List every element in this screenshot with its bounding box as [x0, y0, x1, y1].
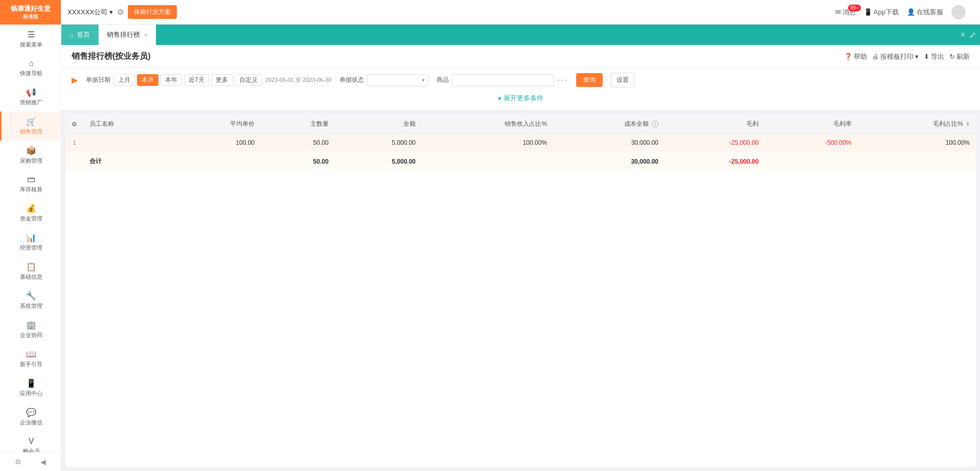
- message-icon: ✉: [835, 8, 841, 16]
- data-table: ⚙ 员工名称 平均单价 主数量 全额 销售收入占比% 成本全额 i 毛利 毛利率…: [65, 115, 976, 171]
- tab-maximize-btn[interactable]: ⤢: [969, 30, 976, 40]
- th-settings[interactable]: ⚙: [65, 115, 83, 134]
- date-option-自定义[interactable]: 自定义: [235, 74, 262, 86]
- message-badge: 99+: [848, 5, 861, 11]
- main-qty-cell: 50.00: [261, 134, 335, 152]
- sidebar-item-enterprise[interactable]: 🏢 企业协同: [0, 315, 61, 344]
- sidebar-bottom: ⚙ ◀: [0, 452, 61, 471]
- sidebar-item-app-center[interactable]: 📱 应用中心: [0, 373, 61, 402]
- tab-close-window-btn[interactable]: ×: [961, 30, 965, 39]
- collapse-icon[interactable]: ◀: [40, 458, 46, 466]
- status-select[interactable]: [367, 74, 428, 86]
- quick-nav-icon: ⌂: [29, 59, 34, 68]
- basic-info-label: 基础信息: [20, 273, 42, 281]
- th-cost-amount: 成本全额 i: [553, 115, 665, 134]
- footer-main-qty: 50.00: [261, 152, 335, 171]
- online-service-btn[interactable]: 👤 在线客服: [907, 8, 943, 17]
- date-option-更多[interactable]: 更多: [211, 74, 233, 86]
- goods-label: 商品: [437, 76, 449, 84]
- settings-filter-btn[interactable]: 设置: [611, 73, 634, 87]
- cost-info-icon[interactable]: i: [652, 121, 658, 127]
- sidebar-item-sales[interactable]: 🛒 销售管理: [0, 111, 61, 141]
- system-label: 系统管理: [20, 302, 42, 310]
- tabbar-actions: × ⤢: [956, 25, 980, 45]
- tab-home[interactable]: ⌂ 首页: [61, 25, 99, 45]
- status-label: 单据状态: [339, 76, 364, 84]
- th-gross-rate: 毛利率: [765, 115, 858, 134]
- tab-sales-ranking-label: 销售排行榜: [107, 30, 140, 39]
- avg-price-cell: 100.00: [172, 134, 261, 152]
- inventory-icon: 🗃: [27, 175, 35, 184]
- expand-more-btn[interactable]: ▾ 展开更多条件: [494, 92, 548, 105]
- app-download-btn[interactable]: 📱 App下载: [864, 8, 899, 17]
- sidebar-item-operation[interactable]: 📊 经营管理: [0, 228, 61, 257]
- trial-btn[interactable]: 体验行业方案: [128, 5, 177, 19]
- export-label: 导出: [931, 52, 944, 61]
- sidebar-item-member[interactable]: V 畅会员: [0, 432, 61, 452]
- tab-close-icon[interactable]: ×: [144, 32, 147, 38]
- sidebar-item-system[interactable]: 🔧 系统管理: [0, 286, 61, 315]
- avatar[interactable]: [951, 5, 966, 19]
- date-option-本月[interactable]: 本月: [137, 74, 158, 86]
- query-btn[interactable]: 查询: [576, 73, 603, 87]
- marketing-icon: 📢: [26, 87, 36, 97]
- gross-ratio-sort-icon[interactable]: ⬆: [966, 121, 970, 127]
- gross-rate-cell: -500.00%: [765, 134, 858, 152]
- sidebar-item-quick-nav[interactable]: ⌂ 快捷导航: [0, 54, 61, 82]
- goods-more-icon[interactable]: ···: [557, 75, 568, 85]
- sidebar-item-marketing[interactable]: 📢 营销推广: [0, 82, 61, 111]
- sidebar-nav: ☰ 搜索菜单 ⌂ 快捷导航 📢 营销推广 🛒 销售管理 📦 采购管理 🗃 库存核…: [0, 25, 61, 452]
- content-area: 销售排行榜(按业务员) ❓ 帮助 🖨 按模板打印 ▾ ⬇ 导出: [61, 45, 980, 471]
- expand-more-label: 展开更多条件: [504, 94, 543, 103]
- home-icon: ⌂: [70, 31, 74, 39]
- th-name: 员工名称: [83, 115, 172, 134]
- main-area: XXXXXX公司 ▾ ⚙ 体验行业方案 ✉ 消息 99+ 📱 App下载 👤 在…: [61, 0, 980, 471]
- footer-amount: 5,000.00: [335, 152, 422, 171]
- page-title: 销售排行榜(按业务员): [72, 51, 151, 62]
- sidebar-item-basic-info[interactable]: 📋 基础信息: [0, 257, 61, 286]
- help-label: 帮助: [854, 52, 867, 61]
- filter-row-1: ▶ 单据日期 上月本月本年近7天更多自定义 2023-06-01 至 2023-…: [72, 73, 970, 87]
- refresh-icon: ↻: [949, 53, 955, 60]
- sidebar-item-purchase[interactable]: 📦 采购管理: [0, 141, 61, 170]
- rank-cell: 1: [65, 134, 83, 152]
- operation-icon: 📊: [26, 233, 36, 242]
- refresh-btn[interactable]: ↻ 刷新: [949, 52, 970, 61]
- date-option-本年[interactable]: 本年: [161, 74, 182, 86]
- date-option-近7天[interactable]: 近7天: [184, 74, 209, 86]
- quick-nav-label: 快捷导航: [20, 70, 42, 77]
- sidebar-item-search-order[interactable]: ☰ 搜索菜单: [0, 25, 61, 54]
- settings-icon[interactable]: ⚙: [15, 458, 21, 466]
- date-option-上月[interactable]: 上月: [113, 74, 135, 86]
- finance-label: 资金管理: [20, 215, 42, 222]
- help-icon: ❓: [844, 53, 852, 60]
- footer-gross-rate: [765, 152, 858, 171]
- search-order-label: 搜索菜单: [20, 41, 42, 49]
- company-dropdown-icon: ▾: [109, 8, 113, 16]
- topbar-gear-icon[interactable]: ⚙: [117, 8, 124, 17]
- sidebar-logo: 畅康通好生意 标准版: [0, 0, 61, 25]
- company-selector[interactable]: XXXXXX公司 ▾: [67, 8, 113, 17]
- gross-ratio-cell: 100.00%: [858, 134, 976, 152]
- footer-cost-amount: 30,000.00: [553, 152, 665, 171]
- system-icon: 🔧: [26, 291, 36, 301]
- company-name: XXXXXX公司: [67, 8, 107, 17]
- print-btn[interactable]: 🖨 按模板打印 ▾: [872, 52, 919, 61]
- goods-input[interactable]: [452, 74, 554, 86]
- filter-expand-arrow[interactable]: ▶: [72, 75, 78, 85]
- name-cell: [83, 134, 172, 152]
- help-btn[interactable]: ❓ 帮助: [844, 52, 867, 61]
- export-btn[interactable]: ⬇ 导出: [924, 52, 944, 61]
- finance-icon: 💰: [26, 204, 36, 213]
- message-btn[interactable]: ✉ 消息 99+: [835, 8, 856, 17]
- sidebar-item-finance[interactable]: 💰 资金管理: [0, 198, 61, 228]
- expand-more-icon: ▾: [498, 95, 502, 102]
- tab-sales-ranking[interactable]: 销售排行榜 ×: [99, 25, 156, 45]
- wechat-icon: 💬: [26, 408, 36, 417]
- amount-cell: 5,000.00: [335, 134, 422, 152]
- sidebar-item-inventory[interactable]: 🗃 库存核算: [0, 170, 61, 198]
- inventory-label: 库存核算: [20, 186, 42, 193]
- service-icon: 👤: [907, 8, 915, 16]
- sidebar-item-guide[interactable]: 📖 新手引导: [0, 344, 61, 373]
- sidebar-item-wechat[interactable]: 💬 企业微信: [0, 402, 61, 432]
